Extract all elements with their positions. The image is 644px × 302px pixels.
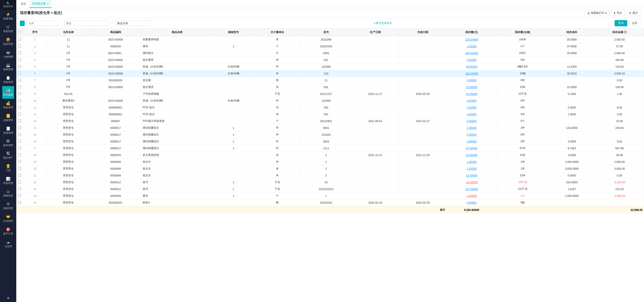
- row-select-10[interactable]: [18, 99, 21, 102]
- sidebar-item-tax[interactable]: 🏛税务管理: [2, 137, 14, 149]
- row-checkbox-20[interactable]: [16, 165, 23, 172]
- row-select-2[interactable]: [18, 45, 21, 48]
- row-qtymain-18[interactable]: 10.00000: [446, 152, 497, 159]
- row-select-6[interactable]: [18, 72, 21, 75]
- row-checkbox-6[interactable]: [16, 70, 23, 77]
- row-select-20[interactable]: [18, 167, 21, 170]
- sidebar-item-ops[interactable]: 📊经营管理: [2, 175, 14, 187]
- row-checkbox-21[interactable]: [16, 172, 23, 179]
- row-qtymain-21[interactable]: 10.00000: [446, 172, 497, 179]
- row-checkbox-4[interactable]: [16, 57, 23, 63]
- row-select-19[interactable]: [18, 160, 21, 163]
- row-select-18[interactable]: [18, 153, 21, 156]
- search-btn[interactable]: 查询: [614, 20, 627, 26]
- sidebar-item-cloud[interactable]: ☁云应用: [2, 238, 14, 250]
- product-filter[interactable]: [64, 21, 109, 26]
- row-qtymain-5[interactable]: 49.60000: [446, 63, 497, 70]
- row-qtymain-7[interactable]: 0.00000: [446, 77, 497, 84]
- row-select-24[interactable]: [18, 194, 21, 197]
- row-checkbox-2[interactable]: [16, 43, 23, 50]
- row-qtymain-22[interactable]: -16.00000: [446, 179, 497, 186]
- row-qtymain-20[interactable]: 1.00000: [446, 165, 497, 172]
- row-checkbox-18[interactable]: [16, 152, 23, 159]
- row-qtymain-17[interactable]: 87.00000: [446, 145, 497, 152]
- row-qtymain-12[interactable]: 4.00000: [446, 111, 497, 118]
- expand-more-btn[interactable]: ▾ 展开更多条件: [374, 21, 392, 25]
- sidebar-item-invoice[interactable]: 🧾发票管理: [2, 124, 14, 137]
- row-select-16[interactable]: [18, 140, 21, 143]
- toggle-btn[interactable]: 👁 显示: [626, 10, 640, 16]
- row-select-14[interactable]: [18, 126, 21, 129]
- print-btn[interactable]: 🖨 按模板打印 ▾: [585, 10, 609, 16]
- row-select-3[interactable]: [18, 51, 21, 54]
- row-select-15[interactable]: [18, 133, 21, 136]
- row-checkbox-14[interactable]: [16, 125, 23, 131]
- tab-close-btn[interactable]: ✕: [47, 3, 49, 5]
- row-qtymain-25[interactable]: 0.00000: [446, 199, 497, 206]
- row-checkbox-12[interactable]: [16, 111, 23, 118]
- row-checkbox-22[interactable]: [16, 179, 23, 186]
- row-checkbox-3[interactable]: [16, 50, 23, 57]
- row-checkbox-8[interactable]: [16, 84, 23, 91]
- sidebar-item-inventory[interactable]: 🏭库存核算: [2, 86, 14, 99]
- sidebar-item-system[interactable]: ⚙系统管理: [2, 200, 14, 212]
- row-select-21[interactable]: [18, 174, 21, 177]
- row-select-7[interactable]: [18, 79, 21, 82]
- row-select-9[interactable]: [18, 92, 21, 95]
- sidebar-item-wholesale[interactable]: 📦批发管理: [2, 35, 14, 48]
- tab-home[interactable]: 首页: [18, 2, 29, 6]
- sidebar-item-fixed[interactable]: 🏗固定资产: [2, 149, 14, 162]
- row-qtymain-2[interactable]: 1.00000: [446, 43, 497, 50]
- row-qtymain-24[interactable]: -1.00000: [446, 193, 497, 199]
- row-qtymain-13[interactable]: 0.00000: [446, 118, 497, 125]
- row-checkbox-23[interactable]: [16, 186, 23, 193]
- row-qtymain-1[interactable]: 100.00000: [446, 36, 497, 43]
- export-btn[interactable]: ⬇ 导出: [611, 10, 624, 16]
- row-select-12[interactable]: [18, 113, 21, 115]
- category-filter[interactable]: 商品分类: [115, 21, 151, 26]
- row-qtymain-19[interactable]: 1.00000: [446, 159, 497, 165]
- row-checkbox-16[interactable]: [16, 138, 23, 145]
- sidebar-search-btn[interactable]: 🔍 搜索菜单: [0, 0, 16, 10]
- row-select-17[interactable]: [18, 146, 21, 149]
- tab-batch[interactable]: 库存批次量 ✕: [30, 0, 52, 8]
- row-select-1[interactable]: [18, 38, 21, 41]
- sidebar-item-mini-shop[interactable]: 🐳小鲸电商: [2, 48, 14, 61]
- row-checkbox-9[interactable]: [16, 91, 23, 97]
- row-qtymain-10[interactable]: 0.00000: [446, 97, 497, 104]
- sidebar-item-quick-nav[interactable]: ⚡快捷导航: [2, 10, 14, 23]
- row-checkbox-19[interactable]: [16, 159, 23, 165]
- row-checkbox-1[interactable]: [16, 36, 23, 43]
- row-select-5[interactable]: [18, 65, 21, 68]
- sidebar-item-general[interactable]: 📒总账管理: [2, 111, 14, 124]
- filter-expand-arrow[interactable]: ›: [20, 21, 25, 26]
- row-checkbox-13[interactable]: [16, 118, 23, 125]
- row-qtymain-16[interactable]: 3.00000: [446, 138, 497, 145]
- row-checkbox-11[interactable]: [16, 104, 23, 111]
- sidebar-item-newbie[interactable]: 🎯新手引导: [2, 225, 14, 238]
- row-qtymain-4[interactable]: 0.00000: [446, 57, 497, 63]
- sidebar-item-ecommerce[interactable]: 💻电商管理: [2, 61, 14, 73]
- sidebar-item-purchase[interactable]: 📋采购管理: [2, 73, 14, 86]
- row-select-23[interactable]: [18, 187, 21, 190]
- sidebar-item-basic[interactable]: 🗂基础信息: [2, 187, 14, 200]
- warehouse-filter[interactable]: [26, 21, 58, 26]
- row-qtymain-15[interactable]: 0.00000: [446, 131, 497, 138]
- sidebar-item-asset[interactable]: 💰资金管理: [2, 99, 14, 111]
- row-checkbox-7[interactable]: [16, 77, 23, 84]
- row-checkbox-25[interactable]: [16, 199, 23, 206]
- row-qtymain-3[interactable]: 100.00000: [446, 50, 497, 57]
- row-select-22[interactable]: [18, 181, 21, 184]
- sidebar-settings[interactable]: ⚙: [5, 294, 12, 302]
- sidebar-item-hr[interactable]: 👷工资: [2, 162, 14, 175]
- sidebar-item-collab[interactable]: 🤝企业协同: [2, 212, 14, 225]
- row-qtymain-6[interactable]: 100.00000: [446, 70, 497, 77]
- set-btn[interactable]: 设置: [629, 20, 640, 27]
- row-qtymain-9[interactable]: 10.00000: [446, 91, 497, 97]
- row-checkbox-10[interactable]: [16, 97, 23, 104]
- row-checkbox-17[interactable]: [16, 145, 23, 152]
- row-qtymain-23[interactable]: 122.00000: [446, 186, 497, 193]
- sidebar-item-retail[interactable]: 🛒零售管理: [2, 23, 14, 35]
- row-select-11[interactable]: [18, 106, 21, 109]
- row-select-25[interactable]: [18, 201, 21, 204]
